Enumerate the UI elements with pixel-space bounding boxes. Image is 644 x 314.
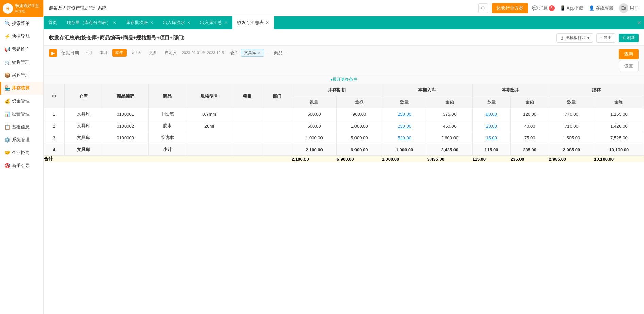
footer-balance-qty: 2,985.00 — [549, 156, 594, 162]
col-out-qty-header: 数量 — [472, 96, 511, 108]
message-badge: 6 — [549, 5, 555, 11]
cell-opening-amt: 900.00 — [337, 108, 382, 120]
cell-in-qty[interactable]: 520.00 — [382, 132, 427, 144]
sidebar-item-basic-info[interactable]: 📋基础信息 — [0, 120, 43, 133]
tab-flow[interactable]: 出入库流水✕ — [158, 16, 195, 29]
cell-no: 1 — [44, 108, 65, 120]
sidebar-item-finance[interactable]: 💰资金管理 — [0, 95, 43, 108]
warehouse-filter-group: 仓库 文具库 ✕ ... — [230, 49, 270, 57]
tab-close-batch[interactable]: ✕ — [150, 20, 153, 25]
print-button[interactable]: 🖨 按模板打印 ▾ — [556, 33, 593, 43]
cell-in-qty[interactable]: 230.00 — [382, 120, 427, 132]
cell-out-qty[interactable]: 80.00 — [472, 108, 511, 120]
cell-department — [262, 108, 292, 120]
query-button[interactable]: 查询 — [619, 49, 639, 59]
quick-nav-icon: ⚡ — [4, 34, 10, 39]
message-action[interactable]: 💬 消息 6 — [532, 5, 555, 11]
tab-close-summary[interactable]: ✕ — [224, 20, 228, 25]
tabbar-close-all[interactable]: ✕ — [634, 20, 644, 26]
cell-no: 4 — [44, 144, 65, 156]
export-button[interactable]: ↑ 导出 — [596, 33, 615, 43]
online-service-action[interactable]: 👤 在线客服 — [589, 5, 613, 11]
sidebar-item-search[interactable]: 🔍搜索菜单 — [0, 17, 43, 30]
sidebar-label-inventory: 库存核算 — [12, 85, 30, 91]
table-container: ⚙ 仓库 商品编码 商品 规格型号 项目 部门 库存期初 本期入库 本期出库 结… — [44, 84, 644, 314]
col-in-qty-header: 数量 — [382, 96, 427, 108]
phone-icon: 📱 — [560, 5, 565, 11]
cell-in-qty[interactable]: 250.00 — [382, 108, 427, 120]
logo-title: 畅捷通好生意 — [15, 3, 39, 9]
date-btn-上月[interactable]: 上月 — [81, 49, 95, 57]
warehouse-more[interactable]: ... — [266, 50, 270, 55]
cell-in-qty-link[interactable]: 250.00 — [398, 112, 411, 117]
sidebar-item-system[interactable]: ⚙️系统管理 — [0, 133, 43, 146]
expand-more-bar[interactable]: ▾ 展开更多条件 — [44, 75, 644, 84]
cell-in-qty-link[interactable]: 230.00 — [398, 123, 411, 129]
date-btn-本年[interactable]: 本年 — [112, 49, 127, 57]
filter-expand-button[interactable]: ▶ — [49, 49, 57, 57]
cell-in-amt: 460.00 — [427, 120, 472, 132]
user-action[interactable]: Ea 用户 — [619, 3, 639, 13]
footer-in-qty: 1,000.00 — [382, 156, 427, 162]
cell-out-qty[interactable]: 15.00 — [472, 132, 511, 144]
cell-opening-qty: 600.00 — [292, 108, 337, 120]
trial-button[interactable]: 体验行业方案 — [492, 3, 528, 13]
cell-out-qty-link[interactable]: 80.00 — [486, 112, 497, 117]
col-opening-amt-header: 金额 — [337, 96, 382, 108]
tab-receive-summary[interactable]: 收发存汇总表✕ — [232, 16, 274, 29]
date-btn-自定义[interactable]: 自定义 — [162, 49, 180, 57]
sidebar-item-operations[interactable]: 📊经营管理 — [0, 108, 43, 120]
cell-balance-qty: 710.00 — [549, 120, 594, 132]
operations-icon: 📊 — [4, 111, 10, 117]
sidebar-item-marketing[interactable]: 📢营销推广 — [0, 43, 43, 56]
filter-row-1: 记账日期 上月本月本年近7天更多自定义 2023-01-01 至 2023-12… — [61, 49, 615, 57]
cell-code: 0100003 — [102, 132, 148, 144]
col-balance-amt-header: 金额 — [594, 96, 644, 108]
cell-in-qty-link[interactable]: 520.00 — [398, 135, 411, 141]
topbar-settings-button[interactable]: ⚙ — [478, 3, 488, 13]
enterprise-icon: 🤝 — [4, 150, 10, 155]
cell-code: 0100002 — [102, 120, 148, 132]
sidebar-item-enterprise[interactable]: 🤝企业协同 — [0, 146, 43, 159]
cell-out-qty-link[interactable]: 15.00 — [486, 135, 497, 141]
purchase-icon: 📦 — [4, 72, 10, 78]
col-settings-icon[interactable]: ⚙ — [44, 84, 65, 108]
tab-batch[interactable]: 库存批次账✕ — [121, 16, 158, 29]
tab-close-stock-dist[interactable]: ✕ — [113, 20, 116, 25]
cell-warehouse: 文具库 — [65, 132, 102, 144]
filter-bar: ▶ 记账日期 上月本月本年近7天更多自定义 2023-01-01 至 2023-… — [44, 46, 644, 75]
tab-summary[interactable]: 出入库汇总✕ — [195, 16, 232, 29]
sidebar-label-enterprise: 企业协同 — [12, 150, 30, 156]
cell-balance-qty: 2,985.00 — [549, 144, 594, 156]
col-spec-header: 规格型号 — [186, 84, 232, 108]
date-btn-本月[interactable]: 本月 — [97, 49, 111, 57]
table-row: 1文具库0100001中性笔0.7mm600.00900.00250.00375… — [44, 108, 644, 120]
search-icon: 🔍 — [4, 21, 10, 26]
sidebar-item-guide[interactable]: 🎯新手引导 — [0, 159, 43, 172]
tab-home[interactable]: 首页 — [44, 16, 62, 29]
goods-more[interactable]: ... — [285, 50, 288, 55]
date-btn-近7天[interactable]: 近7天 — [128, 49, 145, 57]
sidebar-item-quick-nav[interactable]: ⚡快捷导航 — [0, 30, 43, 43]
cell-out-qty[interactable]: 20.00 — [472, 120, 511, 132]
export-icon: ↑ — [600, 36, 602, 40]
tab-close-receive-summary[interactable]: ✕ — [266, 20, 269, 25]
sidebar-label-system: 系统管理 — [12, 137, 30, 143]
service-icon: 👤 — [589, 5, 594, 11]
tab-label-flow: 出入库流水 — [163, 20, 185, 26]
inventory-icon: 🏪 — [4, 85, 10, 91]
cell-out-qty-link[interactable]: 20.00 — [486, 123, 497, 129]
sidebar-item-sales[interactable]: 🛒销售管理 — [0, 56, 43, 69]
sidebar-item-inventory[interactable]: 🏪库存核算 — [0, 82, 43, 95]
table-settings-button[interactable]: 设置 — [619, 61, 639, 71]
cell-opening-amt: 1,000.00 — [337, 120, 382, 132]
tab-close-flow[interactable]: ✕ — [187, 20, 191, 25]
logo-icon: 6 — [3, 3, 13, 14]
footer-balance-amt: 10,100.00 — [594, 156, 644, 162]
sidebar-item-purchase[interactable]: 📦采购管理 — [0, 69, 43, 82]
tab-stock-dist[interactable]: 现存量（库存分布表）✕ — [62, 16, 121, 29]
date-btn-更多[interactable]: 更多 — [146, 49, 160, 57]
warehouse-tag-close[interactable]: ✕ — [258, 51, 261, 55]
app-download-action[interactable]: 📱 App下载 — [560, 5, 583, 11]
refresh-button[interactable]: ↻ 刷新 — [619, 34, 639, 42]
